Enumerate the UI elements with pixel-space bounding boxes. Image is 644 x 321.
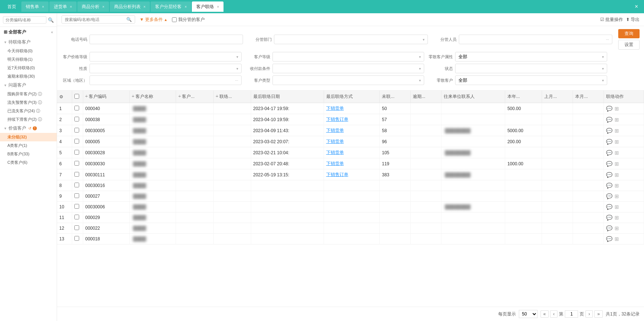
chat-icon[interactable]: 💬 — [606, 161, 612, 167]
sidebar-problem-group[interactable]: ▼ 问题客户 — [0, 81, 57, 90]
sidebar-item-churn-warning[interactable]: 流失预警客户(3) ⓘ — [0, 98, 57, 107]
filter-nature-select[interactable]: ▾ — [89, 64, 242, 73]
filter-payment-select[interactable]: ▾ — [272, 64, 425, 73]
tab-sales-order[interactable]: 销售单 × — [21, 1, 49, 12]
row-checkbox[interactable] — [74, 161, 79, 166]
row-last-method[interactable]: 下销货单 — [324, 158, 380, 169]
tab-purchase-order[interactable]: 进货单 × — [49, 1, 77, 12]
tab-customer-segment-close[interactable]: × — [184, 5, 187, 9]
row-checkbox[interactable] — [74, 117, 79, 121]
filter-phone-input[interactable] — [89, 35, 243, 44]
tab-purchase-order-close[interactable]: × — [70, 5, 72, 9]
sidebar-search-icon[interactable]: 🔍 — [48, 17, 54, 23]
row-last-method[interactable]: 下销售订单 — [324, 114, 380, 125]
prev-page-button[interactable]: ‹ — [550, 310, 557, 318]
th-code[interactable]: ÷ 客户编码 — [83, 91, 129, 103]
select-all-checkbox[interactable] — [74, 94, 79, 99]
search-box[interactable]: 🔍 — [61, 15, 135, 24]
search-icon[interactable]: 🔍 — [126, 17, 132, 22]
filter-dept-select[interactable]: ▾ — [274, 35, 427, 44]
chat-icon[interactable]: 💬 — [606, 225, 612, 231]
th-settings[interactable]: ⚙ — [57, 91, 72, 103]
sidebar-item-week-pending[interactable]: 近7天待联络(0) — [0, 64, 57, 72]
th-no-contact[interactable]: 未联... — [380, 91, 411, 103]
grid-icon[interactable]: ⊞ — [615, 172, 619, 178]
sidebar-pending-group[interactable]: ▼ 待联络客户 — [0, 38, 57, 47]
chat-icon[interactable]: 💬 — [606, 172, 612, 178]
filter-person-select[interactable]: ··· — [459, 35, 612, 44]
my-customers-checkbox[interactable] — [172, 17, 177, 22]
row-checkbox[interactable] — [74, 183, 79, 187]
grid-icon[interactable]: ⊞ — [615, 161, 619, 167]
grid-icon[interactable]: ⊞ — [615, 150, 619, 156]
sidebar-search-input[interactable] — [3, 16, 46, 24]
th-year-amt[interactable]: 本年... — [505, 91, 542, 103]
grid-icon[interactable]: ⊞ — [615, 139, 619, 145]
row-last-method[interactable]: 下销货单 — [324, 147, 380, 158]
page-size-select[interactable]: 50 20 100 — [519, 310, 538, 318]
row-last-method[interactable]: 下销售订单 — [324, 169, 380, 180]
chat-icon[interactable]: 💬 — [606, 150, 612, 156]
row-checkbox[interactable] — [74, 204, 79, 209]
th-last-method[interactable]: 最后联络方式 — [324, 91, 380, 103]
search-input[interactable] — [65, 17, 125, 22]
row-last-method[interactable]: 下销货单 — [324, 136, 380, 147]
query-button[interactable]: 查询 — [618, 29, 640, 38]
grid-icon[interactable]: ⊞ — [615, 106, 619, 112]
my-customers-filter[interactable]: 我分管的客户 — [172, 17, 205, 23]
grid-icon[interactable]: ⊞ — [615, 117, 619, 123]
filter-region-select[interactable]: ··· — [89, 75, 242, 85]
th-this-month[interactable]: 本月... — [573, 91, 604, 103]
tab-customer-contact[interactable]: 客户联络 × — [192, 1, 224, 12]
th-last-date[interactable]: 最后联络日期 — [251, 91, 324, 103]
export-button[interactable]: ⬆ 导出 — [626, 17, 640, 23]
tab-product-analysis-list-close[interactable]: × — [144, 5, 146, 9]
grid-icon[interactable]: ⊞ — [615, 128, 619, 134]
tab-sales-order-close[interactable]: × — [42, 5, 44, 9]
last-page-button[interactable]: » — [594, 310, 603, 318]
first-page-button[interactable]: « — [541, 310, 549, 318]
row-checkbox[interactable] — [74, 172, 79, 177]
row-checkbox[interactable] — [74, 106, 79, 110]
window-close-button[interactable]: × — [632, 3, 641, 10]
chat-icon[interactable]: 💬 — [606, 183, 612, 188]
tab-product-analysis-list[interactable]: 商品分析列表 × — [110, 1, 150, 12]
th-check[interactable] — [72, 91, 83, 103]
sidebar-item-today-pending[interactable]: 今天待联络(0) — [0, 47, 57, 55]
sidebar-item-class-c[interactable]: C类客户(6) — [0, 158, 57, 167]
grid-icon[interactable]: ⊞ — [615, 236, 619, 242]
chat-icon[interactable]: 💬 — [606, 106, 612, 112]
next-page-button[interactable]: › — [585, 310, 593, 318]
row-checkbox[interactable] — [74, 215, 79, 219]
row-last-method[interactable]: 下销货单 — [324, 125, 380, 136]
th-contact-person[interactable]: 往来单位联系人 — [441, 91, 505, 103]
th-name[interactable]: ÷ 客户名称 — [129, 91, 176, 103]
chat-icon[interactable]: 💬 — [606, 204, 612, 210]
filter-retail-attr-select[interactable]: 全部▾ — [455, 52, 607, 61]
filter-retail-customer-select[interactable]: 全部▾ — [455, 75, 607, 85]
th-contact[interactable]: ÷ 联络... — [213, 91, 251, 103]
row-checkbox[interactable] — [74, 193, 79, 198]
row-checkbox[interactable] — [74, 139, 79, 144]
reset-button[interactable]: 设置 — [618, 40, 640, 50]
chat-icon[interactable]: 💬 — [606, 128, 612, 134]
tab-customer-segment[interactable]: 客户分层经客 × — [151, 1, 191, 12]
grid-icon[interactable]: ⊞ — [615, 204, 619, 210]
row-checkbox[interactable] — [74, 225, 79, 230]
tab-product-analysis-close[interactable]: × — [102, 5, 105, 9]
grid-icon[interactable]: ⊞ — [615, 225, 619, 231]
value-refresh-icon[interactable]: ↺ — [28, 126, 31, 130]
home-tab[interactable]: 首页 — [3, 4, 21, 10]
more-conditions-button[interactable]: ▼ 更多条件 ▲ — [140, 17, 168, 23]
tab-product-analysis[interactable]: 商品分析 × — [77, 1, 109, 12]
filter-price-level-select[interactable]: ▾ — [89, 52, 242, 61]
th-type[interactable]: ÷ 客户... — [176, 91, 214, 103]
grid-icon[interactable]: ⊞ — [615, 183, 619, 188]
sidebar-item-class-a[interactable]: A类客户(1) — [0, 141, 57, 150]
tab-customer-contact-close[interactable]: × — [217, 5, 219, 9]
grid-icon[interactable]: ⊞ — [615, 215, 619, 221]
row-checkbox[interactable] — [74, 236, 79, 241]
sidebar-item-unclassified[interactable]: 未分组(32) — [0, 133, 57, 141]
th-last-month[interactable]: 上月... — [542, 91, 573, 103]
sidebar-item-declining[interactable]: 持续下滑客户(2) ⓘ — [0, 115, 57, 124]
